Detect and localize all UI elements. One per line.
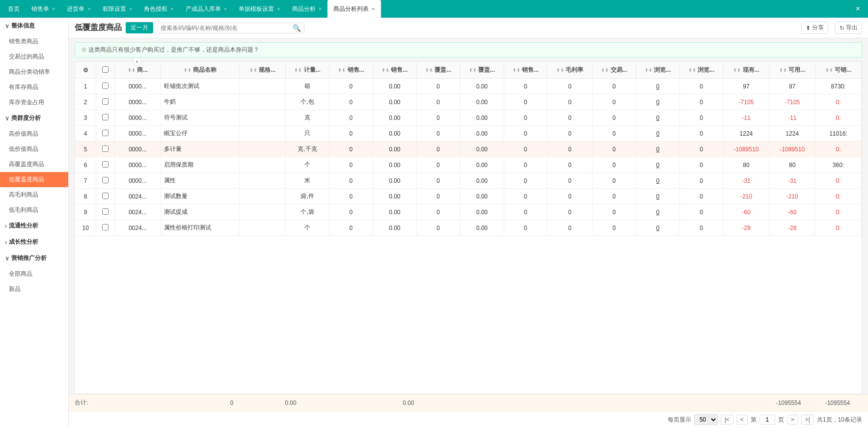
col-browse2[interactable]: ⬆⬇ 浏览...: [679, 62, 723, 79]
cell-checkbox[interactable]: [96, 220, 115, 236]
sidebar-group-overall[interactable]: ∨ 整体信息: [0, 18, 68, 34]
cell-name[interactable]: 属性: [161, 173, 240, 189]
row-checkbox[interactable]: [102, 161, 108, 168]
cell-name[interactable]: 启用保质期: [161, 157, 240, 173]
nav-sales[interactable]: 销售单 ×: [26, 0, 61, 18]
cell-checkbox[interactable]: [96, 94, 115, 110]
prev-page-btn[interactable]: <: [736, 415, 748, 425]
cell-name[interactable]: 符号测试: [161, 110, 240, 126]
browse-link[interactable]: 0: [656, 209, 659, 216]
period-button[interactable]: 近一月: [126, 22, 153, 33]
browse-link[interactable]: 0: [656, 99, 659, 106]
col-sales-amt[interactable]: ⬆⬇ 销售...: [373, 62, 416, 79]
nav-purchase[interactable]: 进货单 ×: [61, 0, 96, 18]
cell-checkbox[interactable]: [96, 126, 115, 142]
sidebar-item-sales-goods[interactable]: 销售类商品: [0, 34, 68, 49]
col-trade[interactable]: ⬆⬇ 交易...: [592, 62, 636, 79]
row-checkbox[interactable]: [102, 193, 108, 199]
cell-browse1[interactable]: 0: [636, 142, 679, 157]
nav-home[interactable]: 首页: [2, 0, 26, 18]
close-product-inbound-icon[interactable]: ×: [224, 6, 227, 12]
cell-browse1[interactable]: 0: [636, 204, 679, 220]
cell-name[interactable]: 测试提成: [161, 204, 240, 220]
cell-browse1[interactable]: 0: [636, 126, 679, 142]
nav-goods-analysis-list[interactable]: 商品分析列表 ×: [327, 0, 380, 18]
col-spec[interactable]: ⬆⬇ 规格...: [240, 62, 286, 79]
cell-checkbox[interactable]: [96, 189, 115, 204]
close-role-icon[interactable]: ×: [170, 6, 173, 12]
cell-browse1[interactable]: 0: [636, 220, 679, 236]
sidebar-item-category-rate[interactable]: 商品分类动销率: [0, 64, 68, 80]
sidebar-item-high-value[interactable]: 高价值商品: [0, 126, 68, 142]
cell-name[interactable]: 多计量: [161, 142, 240, 157]
row-checkbox[interactable]: [102, 130, 108, 136]
col-browse1[interactable]: ⬆⬇ 浏览...: [636, 62, 679, 79]
nav-product-inbound[interactable]: 产成品入库单 ×: [180, 0, 233, 18]
sidebar-item-high-profit[interactable]: 高毛利商品: [0, 187, 68, 202]
close-permissions-icon[interactable]: ×: [129, 6, 132, 12]
page-size-select[interactable]: 50: [694, 414, 718, 425]
browse-link[interactable]: 0: [656, 162, 659, 169]
cell-browse1[interactable]: 0: [636, 157, 679, 173]
sidebar-item-high-coverage[interactable]: 高覆盖度商品: [0, 157, 68, 172]
browse-link[interactable]: 0: [656, 225, 659, 231]
sidebar-item-low-value[interactable]: 低价值商品: [0, 142, 68, 157]
sidebar-item-low-coverage[interactable]: 低覆盖度商品: [0, 172, 68, 187]
cell-checkbox[interactable]: [96, 204, 115, 220]
row-checkbox[interactable]: [102, 114, 108, 120]
row-checkbox[interactable]: [102, 224, 108, 230]
close-template-icon[interactable]: ×: [277, 6, 280, 12]
first-page-btn[interactable]: |<: [721, 415, 733, 425]
browse-link[interactable]: 0: [656, 114, 659, 121]
sidebar-group-liquidity[interactable]: › 流通性分析: [0, 218, 68, 234]
row-checkbox[interactable]: [102, 98, 108, 105]
col-sales3[interactable]: ⬆⬇ 销售...: [504, 62, 547, 79]
row-checkbox[interactable]: [102, 177, 108, 183]
cell-browse1[interactable]: 0: [636, 173, 679, 189]
cell-browse1[interactable]: 0: [636, 110, 679, 126]
browse-link[interactable]: 0: [656, 130, 659, 137]
col-coverage2[interactable]: ⬆⬇ 覆盖...: [460, 62, 504, 79]
cell-browse1[interactable]: 0: [636, 79, 679, 94]
col-unit[interactable]: ⬆⬇ 计量...: [286, 62, 329, 79]
cell-name[interactable]: 牛奶: [161, 94, 240, 110]
window-close-btn[interactable]: ×: [850, 4, 866, 13]
export-button[interactable]: ↻ 导出: [835, 22, 862, 34]
next-page-btn[interactable]: >: [787, 415, 798, 425]
search-input[interactable]: [161, 25, 293, 31]
browse-link[interactable]: 0: [656, 83, 659, 90]
sidebar-item-stock-capital[interactable]: 库存资金占用: [0, 95, 68, 110]
share-button[interactable]: ⬆ 分享: [801, 22, 828, 34]
col-checkbox[interactable]: [96, 62, 115, 79]
sidebar-item-new-goods[interactable]: 新品: [0, 282, 68, 297]
close-sales-icon[interactable]: ×: [52, 6, 55, 12]
select-all-checkbox[interactable]: [102, 66, 108, 73]
cell-browse1[interactable]: 0: [636, 94, 679, 110]
cell-checkbox[interactable]: [96, 142, 115, 157]
sidebar-group-tier[interactable]: ∨ 类群度分析: [0, 110, 68, 126]
col-name[interactable]: ⬆⬇ 商品名称: [161, 62, 240, 79]
col-settings[interactable]: ⚙: [75, 62, 96, 79]
row-checkbox[interactable]: [102, 208, 108, 215]
nav-role[interactable]: 角色授权 ×: [138, 0, 179, 18]
nav-template[interactable]: 单据模板设置 ×: [233, 0, 286, 18]
sidebar-item-all-goods[interactable]: 全部商品: [0, 266, 68, 282]
nav-goods-analysis[interactable]: 商品分析 ×: [286, 0, 327, 18]
cell-name[interactable]: 测试数量: [161, 189, 240, 204]
close-goods-analysis-list-icon[interactable]: ×: [372, 6, 375, 12]
sidebar-item-traded-goods[interactable]: 交易过的商品: [0, 49, 68, 64]
col-sales-qty[interactable]: ⬆⬇ 销售...: [329, 62, 373, 79]
cell-checkbox[interactable]: [96, 79, 115, 94]
col-saleable[interactable]: ⬆⬇ 可销...: [815, 62, 862, 79]
close-purchase-icon[interactable]: ×: [87, 6, 90, 12]
cell-checkbox[interactable]: [96, 173, 115, 189]
cell-checkbox[interactable]: [96, 157, 115, 173]
page-number-input[interactable]: [760, 415, 775, 425]
last-page-btn[interactable]: >|: [801, 415, 814, 425]
close-goods-analysis-icon[interactable]: ×: [319, 6, 322, 12]
cell-browse1[interactable]: 0: [636, 189, 679, 204]
sidebar-item-stocked-goods[interactable]: 有库存商品: [0, 80, 68, 95]
cell-name[interactable]: 旺铺批次测试: [161, 79, 240, 94]
browse-link[interactable]: 0: [656, 177, 659, 184]
row-checkbox[interactable]: [102, 83, 108, 89]
